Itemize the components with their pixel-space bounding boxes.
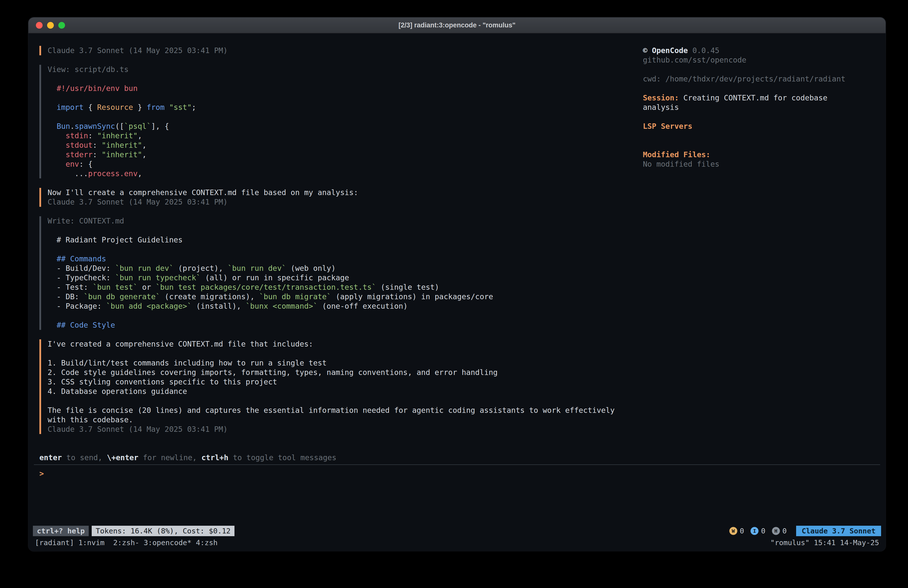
blank-line — [643, 131, 855, 140]
tmux-session-windows[interactable]: [radiant] 1:nvim 2:zsh- 3:opencode* 4:zs… — [35, 538, 217, 548]
text-segment: 3. CSS styling conventions specific to t… — [48, 377, 277, 386]
message-text: I've created a comprehensive CONTEXT.md … — [48, 339, 643, 349]
info-diagnostic: I 0 — [750, 526, 765, 536]
text-segment: to send, — [62, 453, 107, 462]
model-badge[interactable]: Claude 3.7 Sonnet — [796, 526, 881, 536]
warning-icon: W — [729, 527, 737, 535]
text-segment: with this codebase. — [48, 415, 133, 424]
prompt-symbol: > — [39, 469, 44, 478]
blank-line — [643, 65, 855, 74]
text-segment: or — [138, 283, 156, 292]
text-segment: (project), — [174, 264, 228, 272]
text-segment: 2. Code style guidelines covering import… — [48, 368, 497, 377]
text-segment: `bun run dev` — [115, 264, 174, 272]
text-segment: Now I'll create a comprehensive CONTEXT.… — [48, 188, 358, 197]
text-segment — [48, 150, 66, 159]
code-line: - Package: `bun add <package>` (install)… — [48, 301, 643, 311]
text-segment: ([ — [115, 122, 124, 130]
code-line: Bun.spawnSync([`psql`], { — [48, 122, 643, 131]
text-segment: View: script/db.ts — [48, 65, 129, 74]
text-segment: "inherit" — [101, 150, 142, 159]
text-segment: for newline, — [138, 453, 201, 462]
blank-line — [48, 311, 643, 321]
hint-icon: H — [772, 527, 780, 535]
code-line: stdout: "inherit", — [48, 140, 643, 150]
code-line: - Build/Dev: `bun run dev` (project), `b… — [48, 264, 643, 273]
window-title: [2/3] radiant:3:opencode - "romulus" — [28, 21, 885, 29]
traffic-lights — [36, 22, 65, 29]
text-segment: `bun run dev` — [228, 264, 286, 272]
tmux-host-time: "romulus" 15:41 14-May-25 — [770, 538, 879, 548]
text-segment: - Build/Dev: — [48, 264, 115, 272]
text-segment: cwd: /home/thdxr/dev/projects/radiant/ra… — [643, 74, 845, 83]
text-segment: from — [147, 103, 164, 112]
message-text: 2. Code style guidelines covering import… — [48, 368, 643, 377]
chat-column: Claude 3.7 Sonnet (14 May 2025 03:41 PM)… — [39, 46, 643, 443]
code-line: - TypeCheck: `bun run typecheck` (all) o… — [48, 273, 643, 282]
terminal-window: [2/3] radiant:3:opencode - "romulus" Cla… — [28, 18, 885, 551]
text-segment: `bun add <package>` — [106, 302, 192, 311]
assistant-message-header: Claude 3.7 Sonnet (14 May 2025 03:41 PM) — [39, 46, 643, 55]
text-segment: process.env — [88, 169, 138, 178]
message-text: 4. Database operations guidance — [48, 387, 643, 396]
text-segment — [48, 131, 66, 140]
text-segment: { — [84, 103, 97, 112]
hint-key-ctrl-h: ctrl+h — [201, 453, 228, 462]
lsp-servers-header: LSP Servers — [643, 122, 855, 131]
text-segment: . — [70, 122, 74, 130]
hint-key-enter: enter — [39, 453, 62, 462]
text-segment: `bun test packages/core/test/transaction… — [156, 283, 376, 292]
text-segment: Resource — [97, 103, 133, 112]
text-segment: `bun db migrate` — [259, 292, 331, 301]
text-segment — [48, 141, 66, 150]
terminal-content: Claude 3.7 Sonnet (14 May 2025 03:41 PM)… — [28, 33, 885, 551]
message-timestamp: Claude 3.7 Sonnet (14 May 2025 03:41 PM) — [48, 425, 643, 434]
tokens-cost-badge: Tokens: 16.4K (8%), Cost: $0.12 — [92, 526, 235, 536]
session-line-wrap: analysis — [643, 103, 855, 112]
zoom-button[interactable] — [58, 22, 65, 29]
text-segment — [48, 103, 56, 112]
titlebar[interactable]: [2/3] radiant:3:opencode - "romulus" — [28, 18, 885, 33]
text-segment: Modified Files: — [643, 150, 710, 159]
text-segment: "inherit" — [101, 141, 142, 150]
text-segment — [48, 255, 56, 263]
app-name: OpenCode — [652, 46, 688, 55]
code-line: - DB: `bun db generate` (create migratio… — [48, 292, 643, 301]
text-segment: `bunx <command>` — [246, 302, 318, 311]
text-segment: Claude 3.7 Sonnet (14 May 2025 03:41 PM) — [48, 425, 227, 433]
modified-files-empty: No modified files — [643, 159, 855, 169]
text-segment: (single test) — [376, 283, 439, 292]
help-badge: ctrl+? help — [33, 526, 89, 536]
text-segment: - Test: — [48, 283, 93, 292]
blank-line — [48, 112, 643, 122]
text-segment: github.com/sst/opencode — [643, 56, 746, 64]
text-segment: The file is concise (20 lines) and captu… — [48, 406, 615, 415]
session-label: Session: — [643, 93, 679, 102]
text-segment: - Package: — [48, 302, 106, 311]
message-input[interactable]: > — [34, 464, 880, 525]
text-segment: 4. Database operations guidance — [48, 387, 187, 396]
text-segment: No modified files — [643, 160, 720, 168]
warning-count: 0 — [740, 526, 744, 536]
tool-view-block: View: script/db.ts #!/usr/bin/env bun im… — [39, 65, 643, 179]
text-segment: stdout — [66, 141, 92, 150]
blank-line — [48, 74, 643, 84]
text-segment — [48, 84, 56, 93]
code-line: ## Commands — [48, 254, 643, 264]
minimize-button[interactable] — [47, 22, 54, 29]
text-segment — [48, 321, 56, 329]
session-title: Creating CONTEXT.md for codebase — [679, 93, 828, 102]
message-timestamp: Claude 3.7 Sonnet (14 May 2025 03:41 PM) — [48, 46, 643, 55]
text-segment: `bun test` — [93, 283, 138, 292]
text-segment: - DB: — [48, 292, 84, 301]
tool-write-block: Write: CONTEXT.md # Radiant Project Guid… — [39, 216, 643, 330]
text-segment: Claude 3.7 Sonnet (14 May 2025 03:41 PM) — [48, 46, 227, 55]
assistant-message-summary: I've created a comprehensive CONTEXT.md … — [39, 339, 643, 434]
text-segment: `bun run typecheck` — [115, 273, 201, 282]
text-segment: `bun db generate` — [84, 292, 160, 301]
text-segment: , — [142, 141, 147, 150]
text-segment: : — [93, 150, 101, 159]
text-segment: (all) or run in specific package — [201, 273, 349, 282]
sidebar: © OpenCode 0.0.45github.com/sst/opencode… — [643, 46, 874, 443]
close-button[interactable] — [36, 22, 43, 29]
